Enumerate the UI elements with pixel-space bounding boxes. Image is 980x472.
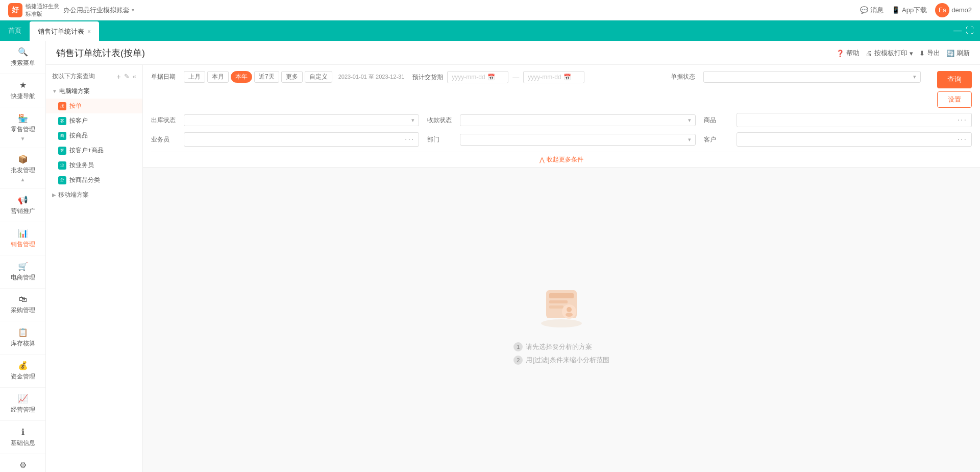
secondary-panel: 按以下方案查询 + ✎ « ▼ 电脑端方案 按 按单 客 — [46, 65, 143, 472]
goods-dots-icon: ··· — [958, 115, 967, 125]
salesperson-dots-icon: ··· — [405, 135, 414, 144]
department-label: 部门 — [427, 135, 456, 144]
filter-row-3: 业务员 ··· 部门 ▾ — [151, 132, 972, 147]
sidebar-item-finance[interactable]: 💰 资金管理 — [0, 355, 45, 388]
print-button[interactable]: 🖨 按模板打印 ▾ — [866, 49, 913, 58]
window-minimize-icon[interactable]: — — [953, 26, 962, 35]
empty-hint-1: 1 请先选择要分析的方案 — [513, 342, 609, 351]
goods-label: 商品 — [704, 116, 732, 125]
customer-input[interactable]: ··· — [737, 132, 972, 147]
breadcrumb-dropdown-icon: ▾ — [132, 7, 134, 13]
message-icon: 💬 — [860, 6, 868, 14]
main-content: 单据日期 上月 本月 本年 近7天 更多 自定义 2023-01-01 至 20… — [143, 65, 980, 472]
calendar-end-icon[interactable]: 📅 — [564, 74, 571, 81]
sidebar-item-search[interactable]: 🔍 搜索菜单 — [0, 41, 45, 74]
salesperson-group: 业务员 ··· — [151, 132, 419, 147]
svg-point-6 — [567, 307, 572, 312]
edit-scheme-icon[interactable]: ✎ — [124, 73, 130, 81]
tab-close-icon[interactable]: × — [87, 28, 91, 35]
filter-row-2: 出库状态 ▾ 收款状态 ▾ — [151, 113, 972, 127]
sidebar-item-quicknav[interactable]: ★ 快捷导航 — [0, 74, 45, 107]
scheme-by-category[interactable]: 分 按商品分类 — [46, 173, 142, 187]
sidebar-item-wholesale[interactable]: 📦 批发管理 ▲ — [0, 148, 45, 189]
salesperson-label: 业务员 — [151, 135, 180, 144]
svg-rect-3 — [549, 300, 568, 303]
action-buttons: 查询 设置 — [929, 71, 972, 108]
expected-date-end-input[interactable]: yyyy-mm-dd 📅 — [523, 71, 584, 83]
customer-group: 客户 ··· — [704, 132, 972, 147]
sidebar-item-inventory[interactable]: 📋 库存核算 — [0, 321, 45, 355]
collapse-panel-icon[interactable]: « — [133, 73, 136, 81]
tab-bar: 首页 销售订单统计表 × — ⛶ — [0, 20, 980, 41]
sidebar-item-retail[interactable]: 🏪 零售管理 ▼ — [0, 107, 45, 148]
quicknav-icon: ★ — [19, 80, 27, 90]
goods-input[interactable]: ··· — [737, 113, 972, 127]
mobile-scheme-toggle[interactable]: ▶ 移动端方案 — [46, 187, 142, 202]
receipt-status-arrow-icon: ▾ — [688, 117, 691, 124]
settings-button[interactable]: 设置 — [937, 91, 972, 108]
btn-this-year[interactable]: 本年 — [231, 71, 252, 83]
window-maximize-icon[interactable]: ⛶ — [966, 26, 974, 35]
scheme-by-order[interactable]: 按 按单 — [46, 99, 142, 113]
sidebar-item-sales[interactable]: 📊 销售管理 — [0, 222, 45, 255]
receipt-status-select[interactable]: ▾ — [460, 114, 695, 126]
status-select[interactable]: ▾ — [703, 71, 921, 83]
content-area: 销售订单统计表(按单) ❓ 帮助 🖨 按模板打印 ▾ ⬇ 导出 — [46, 41, 980, 472]
calendar-start-icon[interactable]: 📅 — [487, 74, 495, 81]
scheme-by-customer[interactable]: 客 按客户 — [46, 113, 142, 128]
help-button[interactable]: ❓ 帮助 — [836, 49, 860, 58]
receipt-status-label: 收款状态 — [427, 116, 456, 125]
content-wrapper: 按以下方案查询 + ✎ « ▼ 电脑端方案 按 按单 客 — [46, 65, 980, 472]
main-layout: 🔍 搜索菜单 ★ 快捷导航 🏪 零售管理 ▼ 📦 批发管理 ▲ 📢 营销推广 📊… — [0, 41, 980, 472]
sidebar-item-marketing[interactable]: 📢 营销推广 — [0, 189, 45, 222]
refresh-button[interactable]: 🔄 刷新 — [946, 49, 970, 58]
print-icon: 🖨 — [866, 50, 872, 57]
date-end-placeholder: yyyy-mm-dd — [528, 74, 561, 81]
retail-expand-icon: ▼ — [20, 136, 26, 141]
collapse-more-conditions[interactable]: ⋀ 收起更多条件 — [151, 152, 972, 167]
customer-dots-icon: ··· — [958, 135, 967, 144]
wholesale-expand-icon: ▲ — [20, 177, 26, 182]
btn-last7days[interactable]: 近7天 — [254, 71, 279, 83]
sidebar-item-basic-info[interactable]: ℹ 基础信息 — [0, 421, 45, 454]
sidebar-item-ecommerce[interactable]: 🛒 电商管理 — [0, 255, 45, 289]
scheme-by-goods[interactable]: 商 按商品 — [46, 128, 142, 143]
scheme-by-salesperson[interactable]: 业 按业务员 — [46, 158, 142, 173]
btn-last-month[interactable]: 上月 — [184, 71, 205, 83]
status-filter-group: 单据状态 ▾ — [671, 71, 921, 83]
goods-group: 商品 ··· — [704, 113, 972, 127]
filter-row-1: 单据日期 上月 本月 本年 近7天 更多 自定义 2023-01-01 至 20… — [151, 71, 972, 108]
logo-area: 好 畅捷通好生意 标准版 — [8, 3, 59, 17]
expected-date-start-input[interactable]: yyyy-mm-dd 📅 — [447, 71, 508, 83]
breadcrumb[interactable]: 办公用品行业模拟账套 ▾ — [63, 6, 134, 15]
user-avatar-area[interactable]: Ea demo2 — [935, 3, 972, 17]
btn-custom[interactable]: 自定义 — [305, 71, 332, 83]
out-status-select[interactable]: ▾ — [184, 114, 419, 126]
department-select[interactable]: ▾ — [460, 134, 695, 146]
query-button[interactable]: 查询 — [937, 71, 972, 88]
logo-text: 畅捷通好生意 标准版 — [26, 3, 59, 17]
tab-sales-order-stats[interactable]: 销售订单统计表 × — [30, 21, 99, 42]
export-button[interactable]: ⬇ 导出 — [919, 49, 940, 58]
app-download-button[interactable]: 📱 App下载 — [892, 6, 927, 15]
computer-scheme-title: ▼ 电脑端方案 — [46, 84, 142, 99]
out-status-label: 出库状态 — [151, 116, 180, 125]
salesperson-input[interactable]: ··· — [184, 132, 419, 147]
app-download-icon: 📱 — [892, 6, 900, 14]
btn-this-month[interactable]: 本月 — [207, 71, 229, 83]
add-scheme-icon[interactable]: + — [117, 73, 121, 81]
page-actions: ❓ 帮助 🖨 按模板打印 ▾ ⬇ 导出 🔄 刷新 — [836, 49, 970, 58]
scheme-by-customer-icon: 客 — [58, 117, 66, 125]
empty-state: 1 请先选择要分析的方案 2 用[过滤]条件来缩小分析范围 — [143, 168, 980, 472]
svg-point-7 — [566, 313, 573, 317]
btn-more[interactable]: 更多 — [281, 71, 303, 83]
sidebar-item-operations[interactable]: 📈 经营管理 — [0, 388, 45, 421]
sidebar-item-purchase[interactable]: 🛍 采购管理 — [0, 289, 45, 321]
sidebar-item-system[interactable]: ⚙ 系统管理 — [0, 454, 45, 472]
receipt-status-group: 收款状态 ▾ — [427, 114, 695, 126]
scheme-by-customer-goods[interactable]: 客 按客户+商品 — [46, 143, 142, 158]
scheme-by-order-icon: 按 — [58, 102, 66, 110]
tab-home[interactable]: 首页 — [0, 20, 30, 41]
avatar: Ea — [935, 3, 949, 17]
message-button[interactable]: 💬 消息 — [860, 6, 884, 15]
